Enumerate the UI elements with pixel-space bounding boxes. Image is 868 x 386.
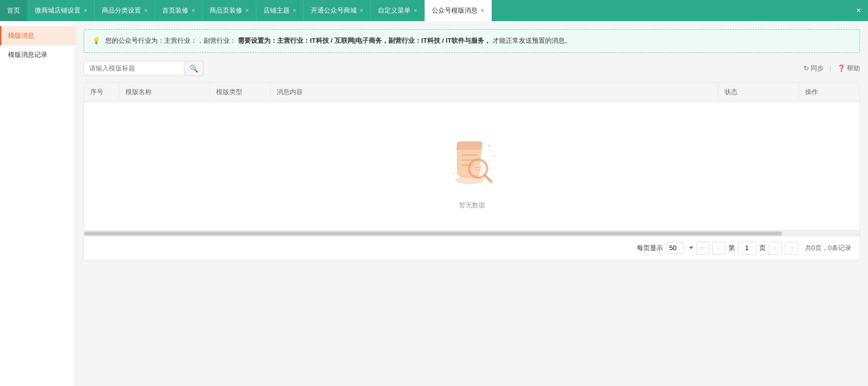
horizontal-scrollbar[interactable] [84, 230, 859, 236]
page-unit-label: 页 [759, 244, 766, 253]
empty-state: ✦ ✦ ✦ 暂无数据 [84, 102, 859, 230]
close-all-button[interactable]: × [849, 0, 868, 21]
nav-tab-home-decoration-label: 首页装修 [162, 6, 188, 15]
page-last-button[interactable]: ⊣ [785, 242, 798, 255]
empty-text: 暂无数据 [459, 201, 485, 210]
table-container: 序号 模版名称 模版类型 消息内容 状态 操作 [84, 82, 860, 260]
col-index: 序号 [84, 83, 119, 102]
svg-text:✦: ✦ [487, 143, 491, 148]
nav-tab-home-decoration[interactable]: 首页装修 × [155, 0, 203, 21]
sidebar-item-template-message[interactable]: 模版消息 [0, 26, 75, 45]
sync-label: 同步 [811, 64, 824, 73]
svg-point-5 [472, 163, 484, 175]
close-custom-menu[interactable]: × [414, 7, 417, 14]
page-size-select[interactable]: 50 20 100 [666, 242, 684, 254]
nav-tab-shop-settings[interactable]: 微商城店铺设置 × [28, 0, 95, 21]
close-category-settings[interactable]: × [144, 7, 148, 14]
page-di-label: 第 [728, 244, 735, 253]
nav-tab-custom-menu[interactable]: 自定义菜单 × [371, 0, 425, 21]
page-number-input[interactable] [738, 242, 756, 255]
col-content: 消息内容 [271, 83, 718, 102]
page-size-label: 每页显示 [637, 244, 663, 253]
notice-text-highlight: 需要设置为：主营行业：IT科技 / 互联网|电子商务，副营行业：IT科技 / I… [238, 37, 491, 44]
close-product-decoration[interactable]: × [245, 7, 249, 14]
nav-tab-shop-settings-label: 微商城店铺设置 [35, 6, 81, 15]
close-open-mall[interactable]: × [360, 7, 363, 14]
nav-tab-product-decoration-label: 商品页装修 [210, 6, 242, 15]
col-name: 模版名称 [119, 83, 210, 102]
sync-icon: ↻ [804, 64, 809, 72]
close-template-message[interactable]: × [481, 7, 484, 14]
top-nav: 首页 微商城店铺设置 × 商品分类设置 × 首页装修 × 商品页装修 × 店铺主… [0, 0, 868, 21]
nav-tab-home[interactable]: 首页 [0, 0, 28, 21]
page-next-button[interactable]: › [769, 242, 782, 255]
col-action: 操作 [799, 83, 859, 102]
notice-text-suffix: 才能正常发送预置的消息。 [493, 37, 571, 44]
page-total-label: 共0页，0条记录 [805, 244, 851, 253]
main-content: 💡 您的公众号行业为：主营行业：，副营行业： 需要设置为：主营行业：IT科技 /… [76, 21, 868, 386]
nav-tab-template-message[interactable]: 公众号模版消息 × [425, 0, 492, 21]
search-left: 🔍 [84, 61, 204, 76]
sidebar: 模版消息 模版消息记录 [0, 21, 76, 386]
search-input[interactable] [84, 61, 184, 75]
page-prev-button[interactable]: ‹ [712, 242, 725, 255]
sidebar-item-template-message-log[interactable]: 模版消息记录 [0, 45, 75, 64]
empty-icon: ✦ ✦ ✦ [442, 132, 502, 193]
sync-button[interactable]: ↻ 同步 [804, 64, 824, 73]
svg-text:✦: ✦ [492, 154, 496, 159]
nav-tab-shop-theme-label: 店铺主题 [263, 6, 290, 15]
table-header: 序号 模版名称 模版类型 消息内容 状态 操作 [84, 83, 859, 102]
search-button[interactable]: 🔍 [184, 61, 204, 76]
notice-text-prefix: 您的公众号行业为：主营行业：，副营行业： [105, 37, 236, 44]
close-home-decoration[interactable]: × [191, 7, 195, 14]
close-shop-theme[interactable]: × [293, 7, 296, 14]
col-status: 状态 [718, 83, 799, 102]
svg-text:✦: ✦ [452, 172, 455, 176]
sidebar-item-template-message-log-label: 模版消息记录 [8, 51, 47, 58]
nav-tab-home-label: 首页 [7, 6, 20, 15]
nav-tab-shop-theme[interactable]: 店铺主题 × [256, 0, 304, 21]
nav-tab-open-mall[interactable]: 开通公众号商城 × [304, 0, 371, 21]
nav-tab-product-decoration[interactable]: 商品页装修 × [203, 0, 256, 21]
scrollbar-thumb[interactable] [84, 231, 782, 236]
col-type: 模版类型 [210, 83, 271, 102]
nav-tab-custom-menu-label: 自定义菜单 [378, 6, 411, 15]
search-right: ↻ 同步 | ❓ 帮助 [804, 64, 860, 73]
divider: | [830, 64, 831, 72]
help-button[interactable]: ❓ 帮助 [837, 64, 860, 73]
svg-line-6 [485, 175, 491, 182]
page-first-button[interactable]: ⊢ [696, 242, 709, 255]
close-shop-settings[interactable]: × [84, 7, 87, 14]
nav-tab-category-settings[interactable]: 商品分类设置 × [95, 0, 155, 21]
notice-icon: 💡 [92, 37, 100, 44]
sidebar-item-template-message-label: 模版消息 [8, 32, 34, 39]
nav-tab-open-mall-label: 开通公众号商城 [311, 6, 357, 15]
help-label: 帮助 [847, 64, 860, 73]
help-icon: ❓ [837, 64, 845, 72]
page-size-chevron [689, 247, 693, 249]
nav-tab-category-label: 商品分类设置 [102, 6, 141, 15]
search-icon: 🔍 [189, 64, 198, 72]
nav-tab-template-message-label: 公众号模版消息 [432, 6, 478, 15]
main-layout: 模版消息 模版消息记录 💡 您的公众号行业为：主营行业：，副营行业： 需要设置为… [0, 21, 868, 386]
notice-box: 💡 您的公众号行业为：主营行业：，副营行业： 需要设置为：主营行业：IT科技 /… [84, 29, 860, 53]
search-bar: 🔍 ↻ 同步 | ❓ 帮助 [84, 61, 860, 76]
pagination: 每页显示 50 20 100 ⊢ ‹ 第 页 › ⊣ 共0页，0条记录 [84, 236, 859, 260]
